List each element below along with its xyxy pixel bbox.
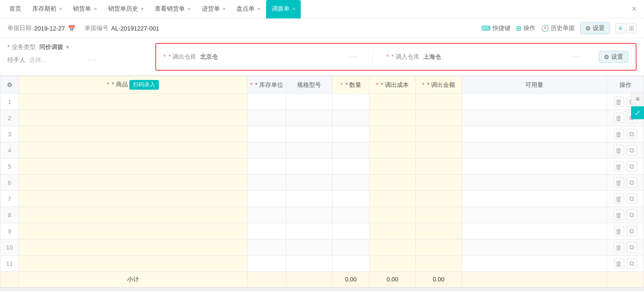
row-unit-cell[interactable] — [247, 142, 286, 159]
row-product-cell[interactable] — [19, 239, 248, 256]
right-panel-expand-button[interactable]: ⤢ — [631, 106, 644, 119]
row-delete-button[interactable]: 🗑 — [614, 113, 624, 123]
business-type-select[interactable]: 同价调拨 ▼ — [39, 43, 113, 51]
tab-purchase-order[interactable]: 进货单 × — [196, 0, 231, 18]
row-unit-cell[interactable] — [247, 159, 286, 175]
row-spec-cell[interactable] — [286, 191, 332, 207]
row-delete-button[interactable]: 🗑 — [614, 129, 624, 139]
row-product-cell[interactable] — [19, 142, 248, 159]
row-cost-cell[interactable] — [369, 94, 415, 110]
row-product-cell[interactable] — [19, 94, 248, 110]
view-mode-list-button[interactable]: ≡ — [615, 23, 626, 33]
row-copy-button[interactable]: ⧉ — [627, 242, 637, 252]
row-copy-button[interactable]: ⧉ — [627, 161, 637, 171]
tab-purchase-order-close[interactable]: × — [223, 6, 225, 12]
tab-view-sales[interactable]: 查看销货单 × — [149, 0, 196, 18]
row-cost-cell[interactable] — [369, 159, 415, 175]
tab-home[interactable]: 首页 — [4, 0, 27, 18]
row-cost-cell[interactable] — [369, 256, 415, 272]
row-qty-cell[interactable] — [332, 159, 369, 175]
row-qty-cell[interactable] — [332, 191, 369, 207]
date-value[interactable]: 2019-12-27 — [34, 25, 65, 32]
row-copy-button[interactable]: ⧉ — [627, 129, 637, 139]
calendar-icon[interactable]: 📅 — [68, 25, 75, 32]
row-copy-button[interactable]: ⧉ — [627, 177, 637, 188]
tab-sales-history[interactable]: 销货单历史 × — [103, 0, 149, 18]
history-button[interactable]: 🕐 历史单据 — [541, 24, 575, 32]
handler-select[interactable]: 选择... — [29, 56, 85, 64]
tab-transfer[interactable]: 调拨单 × — [266, 0, 301, 18]
row-amount-cell[interactable] — [415, 207, 462, 223]
row-delete-button[interactable]: 🗑 — [614, 226, 624, 236]
handler-more-button[interactable]: ··· — [88, 56, 97, 64]
row-product-cell[interactable] — [19, 191, 248, 207]
settings-button[interactable]: ⚙ 设置 — [580, 22, 610, 34]
row-delete-button[interactable]: 🗑 — [614, 258, 624, 269]
warehouse-settings-button[interactable]: ⚙ 设置 — [599, 51, 628, 63]
out-warehouse-value[interactable]: 北京仓 — [200, 53, 218, 61]
row-product-cell[interactable] — [19, 126, 248, 142]
row-spec-cell[interactable] — [286, 256, 332, 272]
row-amount-cell[interactable] — [415, 94, 462, 110]
in-warehouse-value[interactable]: 上海仓 — [423, 53, 441, 61]
window-close-button[interactable]: × — [628, 4, 640, 14]
row-cost-cell[interactable] — [369, 207, 415, 223]
row-delete-button[interactable]: 🗑 — [614, 145, 624, 155]
row-product-cell[interactable] — [19, 110, 248, 126]
row-unit-cell[interactable] — [247, 110, 286, 126]
view-mode-grid-button[interactable]: ⊞ — [626, 23, 637, 33]
row-qty-cell[interactable] — [332, 94, 369, 110]
tab-view-sales-close[interactable]: × — [188, 6, 190, 12]
th-gear[interactable]: ⚙ — [0, 76, 19, 94]
row-qty-cell[interactable] — [332, 126, 369, 142]
row-cost-cell[interactable] — [369, 126, 415, 142]
business-type-dropdown-arrow[interactable]: ▼ — [65, 44, 70, 50]
in-warehouse-more-button[interactable]: ··· — [572, 53, 581, 61]
row-spec-cell[interactable] — [286, 142, 332, 159]
row-amount-cell[interactable] — [415, 191, 462, 207]
row-spec-cell[interactable] — [286, 126, 332, 142]
row-copy-button[interactable]: ⧉ — [627, 194, 637, 204]
row-delete-button[interactable]: 🗑 — [614, 242, 624, 252]
row-delete-button[interactable]: 🗑 — [614, 177, 624, 188]
tab-transfer-close[interactable]: × — [292, 6, 295, 12]
row-delete-button[interactable]: 🗑 — [614, 161, 624, 171]
row-unit-cell[interactable] — [247, 239, 286, 256]
tab-inventory-init-close[interactable]: × — [59, 6, 62, 12]
row-copy-button[interactable]: ⧉ — [627, 258, 637, 269]
row-spec-cell[interactable] — [286, 110, 332, 126]
tab-inventory-init[interactable]: 库存期初 × — [27, 0, 67, 18]
right-panel-list-button[interactable]: ≡ — [631, 92, 644, 105]
bottom-scrollbar[interactable] — [0, 287, 644, 291]
row-cost-cell[interactable] — [369, 239, 415, 256]
operations-button[interactable]: ⊞ 操作 — [516, 24, 535, 32]
row-delete-button[interactable]: 🗑 — [614, 194, 624, 204]
row-cost-cell[interactable] — [369, 175, 415, 191]
tab-inventory-check[interactable]: 盘点单 × — [231, 0, 266, 18]
row-amount-cell[interactable] — [415, 142, 462, 159]
tab-inventory-check-close[interactable]: × — [257, 6, 260, 12]
row-qty-cell[interactable] — [332, 256, 369, 272]
row-qty-cell[interactable] — [332, 110, 369, 126]
row-spec-cell[interactable] — [286, 159, 332, 175]
row-qty-cell[interactable] — [332, 175, 369, 191]
row-unit-cell[interactable] — [247, 94, 286, 110]
row-qty-cell[interactable] — [332, 207, 369, 223]
row-product-cell[interactable] — [19, 256, 248, 272]
row-cost-cell[interactable] — [369, 142, 415, 159]
tab-sales-history-close[interactable]: × — [141, 6, 144, 12]
row-unit-cell[interactable] — [247, 191, 286, 207]
row-cost-cell[interactable] — [369, 110, 415, 126]
row-spec-cell[interactable] — [286, 207, 332, 223]
row-copy-button[interactable]: ⧉ — [627, 226, 637, 236]
row-unit-cell[interactable] — [247, 256, 286, 272]
row-spec-cell[interactable] — [286, 94, 332, 110]
row-unit-cell[interactable] — [247, 223, 286, 239]
row-spec-cell[interactable] — [286, 223, 332, 239]
tab-sales-order[interactable]: 销货单 × — [67, 0, 102, 18]
scan-entry-button[interactable]: 扫码录入 — [129, 80, 159, 90]
tab-sales-order-close[interactable]: × — [94, 6, 97, 12]
row-product-cell[interactable] — [19, 175, 248, 191]
row-product-cell[interactable] — [19, 223, 248, 239]
row-spec-cell[interactable] — [286, 175, 332, 191]
